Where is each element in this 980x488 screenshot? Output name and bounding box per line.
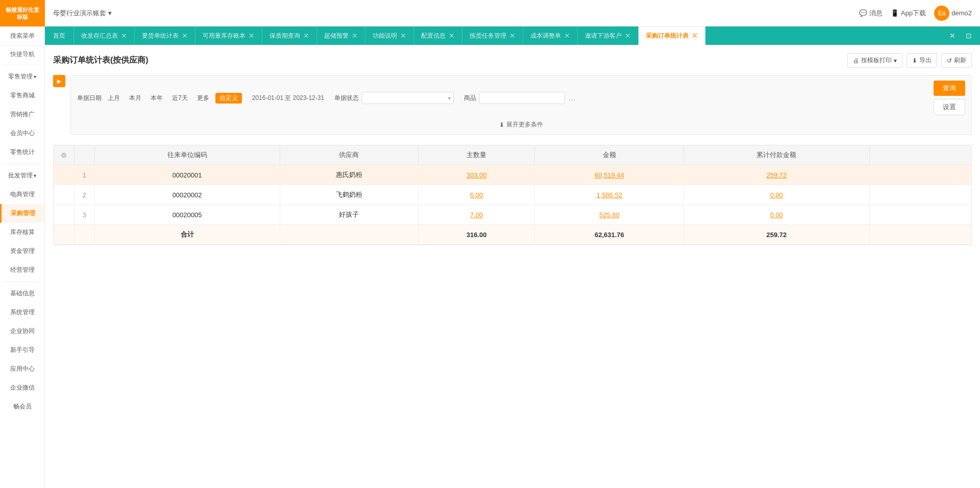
tab-order-summary-close[interactable]: ✕ (182, 32, 188, 40)
filter-date: 单据日期 上月 本月 本年 近7天 更多 自定义 (77, 93, 242, 104)
col-settings[interactable]: ⚙ (54, 145, 74, 165)
filter-status-select[interactable] (362, 92, 454, 104)
sidebar-item-system[interactable]: 系统管理 (0, 303, 44, 322)
row-quantity-cell[interactable]: 7.00 (419, 205, 535, 225)
sidebar-quicknav[interactable]: 快捷导航 (0, 46, 44, 63)
sidebar-item-ecommerce[interactable]: 电商管理 (0, 185, 44, 204)
page-title: 采购订单统计表(按供应商) (53, 55, 149, 66)
row-settings-cell (54, 165, 74, 185)
tab-order-summary[interactable]: 要货单统计表 ✕ (135, 27, 195, 45)
tab-config-info-close[interactable]: ✕ (449, 32, 455, 40)
row-amount-cell[interactable]: 60,519.44 (535, 165, 684, 185)
tab-picking-task-close[interactable]: ✕ (509, 32, 516, 40)
workspace-selector[interactable]: 母婴行业演示账套 ▾ (53, 9, 112, 18)
sidebar-item-retail[interactable]: 零售管理▾ (0, 67, 44, 86)
tab-receive-summary-close[interactable]: ✕ (121, 32, 127, 40)
collapse-filter-btn[interactable]: ► (53, 75, 65, 87)
tab-receive-summary[interactable]: 收发存汇总表 ✕ (74, 27, 135, 45)
row-amount-cell[interactable]: 525.80 (535, 205, 684, 225)
settings-btn[interactable]: 设置 (934, 99, 965, 115)
refresh-btn[interactable]: ↺ 刷新 (941, 53, 972, 68)
expand-more-btn[interactable]: ⬇ 展开更多条件 (499, 120, 543, 129)
sidebar: 畅捷通好生意 标版 搜索菜单 快捷导航 零售管理▾ 零售商城 营销推广 会员中心… (0, 0, 45, 488)
tab-purchase-summary-close[interactable]: ✕ (692, 32, 698, 40)
sidebar-item-retail-stat[interactable]: 零售统计 (0, 143, 44, 162)
tab-overstock-close[interactable]: ✕ (352, 32, 358, 40)
filter-goods-more[interactable]: … (568, 94, 575, 102)
table-row[interactable]: 3 00020005 好孩子 7.00 525.80 0.00 (54, 205, 971, 225)
export-btn[interactable]: ⬇ 导出 (906, 53, 937, 68)
sidebar-item-basic[interactable]: 基础信息 (0, 284, 44, 303)
row-supplier-cell: 惠氏奶粉 (280, 165, 418, 185)
main-area: 母婴行业演示账套 ▾ 💬 消息 📱 App下载 Ea demo2 首页 收发存汇… (45, 0, 980, 488)
print-btn[interactable]: 🖨 按模板打印 ▾ (847, 53, 902, 68)
filter-goods-input[interactable] (479, 92, 565, 104)
tab-overstock[interactable]: 超储预警 ✕ (317, 27, 365, 45)
tab-config-info[interactable]: 配置信息 ✕ (414, 27, 462, 45)
user-name: demo2 (951, 9, 972, 17)
sidebar-search[interactable]: 搜索菜单 (0, 27, 44, 46)
shortcut-7days[interactable]: 近7天 (169, 93, 191, 104)
filter-expand-row: ⬇ 展开更多条件 (77, 120, 965, 129)
sidebar-item-operation[interactable]: 经营管理 (0, 261, 44, 279)
tab-home[interactable]: 首页 (45, 27, 74, 45)
row-paid-cell[interactable]: 0.00 (684, 205, 869, 225)
sidebar-item-purchase[interactable]: 采购管理 (0, 204, 44, 223)
sidebar-item-finance[interactable]: 资金管理 (0, 242, 44, 261)
row-amount-cell[interactable]: 1,586.52 (535, 185, 684, 205)
sidebar-item-vip[interactable]: 畅会员 (0, 397, 44, 416)
tab-cost-adjust-label: 成本调整单 (530, 32, 561, 40)
sidebar-item-enterprise[interactable]: 企业协同 (0, 322, 44, 341)
tab-shelf-life[interactable]: 保质期查询 ✕ (262, 27, 317, 45)
sidebar-item-member[interactable]: 会员中心 (0, 124, 44, 143)
tab-function-desc[interactable]: 功能说明 ✕ (365, 27, 414, 45)
sidebar-item-marketing[interactable]: 营销推广 (0, 105, 44, 124)
tab-invite-downstream-close[interactable]: ✕ (625, 32, 631, 40)
row-code-cell: 00020001 (94, 165, 280, 185)
tab-invite-downstream[interactable]: 邀请下游客户 ✕ (578, 27, 639, 45)
message-label: 消息 (869, 9, 883, 18)
tab-cost-adjust-close[interactable]: ✕ (564, 32, 570, 40)
message-btn[interactable]: 💬 消息 (859, 9, 883, 18)
shortcut-this-month[interactable]: 本月 (126, 93, 144, 104)
filter-status: 单据状态 ▾ (334, 92, 454, 104)
print-dropdown-icon: ▾ (894, 57, 897, 64)
shortcut-more[interactable]: 更多 (194, 93, 212, 104)
sidebar-item-wholesale[interactable]: 批发管理▾ (0, 166, 44, 185)
tab-close-all-btn[interactable]: ✕ (945, 29, 960, 43)
sidebar-item-retail-shop[interactable]: 零售商城 (0, 86, 44, 105)
tab-cost-adjust[interactable]: 成本调整单 ✕ (523, 27, 578, 45)
sidebar-item-enterprise-wechat[interactable]: 企业微信 (0, 378, 44, 397)
sidebar-item-inventory[interactable]: 库存核算 (0, 223, 44, 242)
row-paid-cell[interactable]: 0.00 (684, 185, 869, 205)
shortcut-last-month[interactable]: 上月 (105, 93, 123, 104)
tab-available-inventory[interactable]: 可用量库存账本 ✕ (195, 27, 262, 45)
table-body: 1 00020001 惠氏奶粉 303.00 60,519.44 259.72 … (54, 165, 971, 225)
sidebar-item-app-center[interactable]: 应用中心 (0, 359, 44, 378)
row-paid-cell[interactable]: 259.72 (684, 165, 869, 185)
col-extra (869, 145, 971, 165)
date-shortcuts: 上月 本月 本年 近7天 更多 自定义 (105, 93, 242, 104)
tab-shelf-life-close[interactable]: ✕ (303, 32, 309, 40)
user-section[interactable]: Ea demo2 (934, 6, 972, 21)
row-quantity-cell[interactable]: 303.00 (419, 165, 535, 185)
table-row[interactable]: 1 00020001 惠氏奶粉 303.00 60,519.44 259.72 (54, 165, 971, 185)
tab-picking-task[interactable]: 拣货任务管理 ✕ (462, 27, 523, 45)
sidebar-item-new-guide[interactable]: 新手引导 (0, 341, 44, 359)
tab-available-inventory-label: 可用量库存账本 (203, 32, 246, 40)
shortcut-this-year[interactable]: 本年 (148, 93, 166, 104)
table-row[interactable]: 2 00020002 飞鹤奶粉 6.00 1,586.52 0.00 (54, 185, 971, 205)
workspace-dropdown-icon[interactable]: ▾ (108, 9, 112, 17)
topbar: 母婴行业演示账套 ▾ 💬 消息 📱 App下载 Ea demo2 (45, 0, 980, 27)
table-settings-icon[interactable]: ⚙ (61, 151, 67, 159)
tab-restore-btn[interactable]: ⊡ (962, 29, 976, 43)
tab-function-desc-close[interactable]: ✕ (400, 32, 406, 40)
sidebar-divider-2 (5, 164, 40, 164)
row-quantity-cell[interactable]: 6.00 (419, 185, 535, 205)
query-btn[interactable]: 查询 (934, 81, 965, 96)
tab-purchase-summary[interactable]: 采购订单统计表 ✕ (639, 27, 705, 45)
purchase-summary-table: ⚙ 往来单位编码 供应商 主数量 金额 累计付款金额 1 00020001 惠氏… (54, 145, 971, 245)
custom-badge[interactable]: 自定义 (215, 93, 242, 104)
app-download-btn[interactable]: 📱 App下载 (891, 9, 926, 18)
tab-available-inventory-close[interactable]: ✕ (249, 32, 255, 40)
